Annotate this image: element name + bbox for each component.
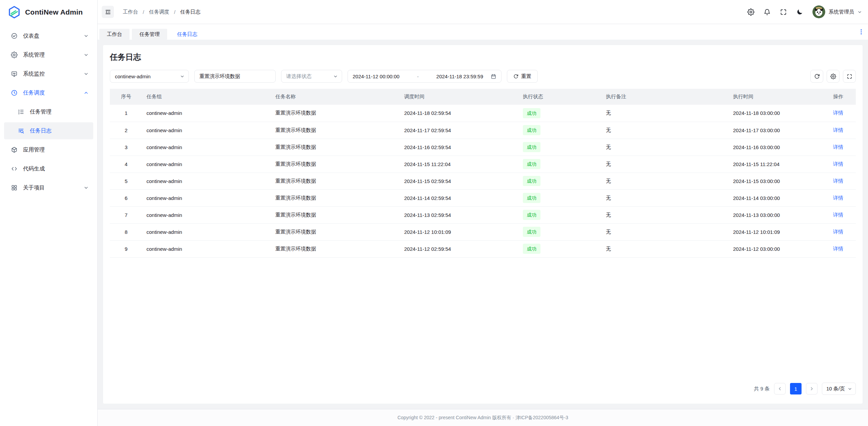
sidebar-item-system-management[interactable]: 系统管理 (4, 46, 93, 63)
apps-icon (11, 184, 18, 191)
sidebar-item-task-scheduling[interactable]: 任务调度 (4, 84, 93, 101)
detail-link[interactable]: 详情 (833, 110, 843, 116)
cell-index: 5 (110, 173, 142, 189)
column-header-exec-time: 执行时间 (729, 89, 821, 105)
sidebar-item-code-generation[interactable]: 代码生成 (4, 160, 93, 177)
detail-link[interactable]: 详情 (833, 195, 843, 201)
date-start-value: 2024-11-12 00:00:00 (353, 74, 399, 79)
status-badge: 成功 (523, 108, 540, 118)
cell-exec-time: 2024-11-15 03:00:00 (729, 173, 821, 189)
cell-name: 重置演示环境数据 (271, 189, 400, 206)
breadcrumb: 工作台 / 任务调度 / 任务日志 (123, 9, 200, 15)
sidebar-item-task-log[interactable]: 任务日志 (4, 122, 93, 139)
cell-schedule-time: 2024-11-15 11:22:04 (400, 156, 519, 173)
avatar (812, 5, 825, 18)
cell-remark: 无 (602, 223, 729, 240)
detail-link[interactable]: 详情 (833, 229, 843, 235)
date-range-picker[interactable]: 2024-11-12 00:00:00 - 2024-11-18 23:59:5… (348, 70, 501, 83)
reset-button[interactable]: 重置 (507, 70, 538, 83)
cell-index: 9 (110, 240, 142, 257)
tab-task-log[interactable]: 任务日志 (170, 29, 205, 40)
status-select-placeholder: 请选择状态 (286, 73, 312, 80)
table-row: 1 continew-admin 重置演示环境数据 2024-11-18 02:… (110, 105, 856, 122)
table-fullscreen-button[interactable] (843, 70, 856, 83)
cell-group: continew-admin (142, 206, 271, 223)
task-group-select[interactable]: continew-admin (110, 70, 189, 83)
cell-schedule-time: 2024-11-12 02:59:54 (400, 240, 519, 257)
sidebar-item-label: 任务调度 (23, 89, 84, 97)
column-header-index: 序号 (110, 89, 142, 105)
cell-exec-time: 2024-11-12 10:01:09 (729, 223, 821, 240)
settings-icon[interactable] (747, 8, 754, 16)
cell-action: 详情 (821, 189, 856, 206)
page-number-current[interactable]: 1 (790, 383, 802, 394)
table-row: 4 continew-admin 重置演示环境数据 2024-11-15 11:… (110, 156, 856, 173)
tab-task-management[interactable]: 任务管理 (132, 29, 167, 40)
cell-exec-time: 2024-11-12 03:00:00 (729, 240, 821, 257)
cell-schedule-time: 2024-11-14 02:59:54 (400, 189, 519, 206)
task-name-input[interactable] (194, 70, 276, 83)
prev-page-button[interactable] (774, 383, 786, 394)
cell-exec-time: 2024-11-15 11:22:04 (729, 156, 821, 173)
detail-link[interactable]: 详情 (833, 246, 843, 251)
cell-action: 详情 (821, 206, 856, 223)
cell-group: continew-admin (142, 223, 271, 240)
next-page-button[interactable] (806, 383, 817, 394)
page-size-select[interactable]: 10 条/页 (822, 383, 856, 395)
sidebar-item-system-monitor[interactable]: 系统监控 (4, 65, 93, 82)
cell-index: 2 (110, 122, 142, 139)
cell-index: 8 (110, 223, 142, 240)
bell-icon[interactable] (764, 8, 771, 16)
sidebar-item-label: 任务日志 (30, 127, 88, 135)
tab-workbench[interactable]: 工作台 (99, 29, 130, 40)
sidebar-item-label: 关于项目 (23, 184, 84, 191)
breadcrumb-item[interactable]: 任务调度 (149, 9, 169, 15)
cell-remark: 无 (602, 240, 729, 257)
column-header-status: 执行状态 (519, 89, 602, 105)
sidebar-item-task-management[interactable]: 任务管理 (4, 103, 93, 120)
breadcrumb-separator: / (174, 9, 175, 15)
detail-link[interactable]: 详情 (833, 144, 843, 150)
tab-label: 工作台 (107, 31, 122, 38)
user-menu[interactable]: 系统管理员 (812, 5, 862, 18)
sidebar-item-label: 系统监控 (23, 70, 84, 78)
sidebar-item-about-project[interactable]: 关于项目 (4, 179, 93, 196)
cell-schedule-time: 2024-11-12 10:01:09 (400, 223, 519, 240)
sidebar-collapse-button[interactable] (102, 6, 114, 18)
cell-remark: 无 (602, 156, 729, 173)
cell-group: continew-admin (142, 122, 271, 139)
gear-icon (830, 74, 836, 79)
detail-link[interactable]: 详情 (833, 178, 843, 184)
sidebar-item-app-management[interactable]: 应用管理 (4, 141, 93, 158)
table-header-row: 序号 任务组 任务名称 调度时间 执行状态 执行备注 执行时间 操作 (110, 89, 856, 105)
cell-name: 重置演示环境数据 (271, 105, 400, 122)
pagination: 共 9 条 1 10 条/页 (110, 376, 856, 395)
detail-link[interactable]: 详情 (833, 212, 843, 218)
cube-icon (11, 146, 18, 153)
breadcrumb-item[interactable]: 工作台 (123, 9, 138, 15)
tab-options-icon[interactable] (858, 28, 865, 35)
cell-group: continew-admin (142, 240, 271, 257)
refresh-button[interactable] (810, 70, 823, 83)
detail-link[interactable]: 详情 (833, 127, 843, 133)
moon-icon[interactable] (796, 8, 803, 16)
cell-status: 成功 (519, 105, 602, 122)
column-settings-button[interactable] (827, 70, 840, 83)
cell-group: continew-admin (142, 156, 271, 173)
task-log-card: 任务日志 continew-admin 请选择状态 20 (103, 45, 863, 404)
cell-schedule-time: 2024-11-13 02:59:54 (400, 206, 519, 223)
brand[interactable]: ContiNew Admin (0, 0, 97, 24)
table-row: 5 continew-admin 重置演示环境数据 2024-11-15 02:… (110, 173, 856, 189)
chevron-down-icon (333, 74, 338, 79)
sidebar-item-dashboard[interactable]: 仪表盘 (4, 27, 93, 44)
cell-action: 详情 (821, 223, 856, 240)
cell-status: 成功 (519, 139, 602, 156)
cell-action: 详情 (821, 105, 856, 122)
chevron-down-icon (857, 10, 862, 14)
status-select[interactable]: 请选择状态 (281, 70, 342, 83)
fullscreen-icon[interactable] (780, 8, 787, 16)
cell-remark: 无 (602, 206, 729, 223)
detail-link[interactable]: 详情 (833, 161, 843, 167)
cell-group: continew-admin (142, 139, 271, 156)
cell-status: 成功 (519, 223, 602, 240)
